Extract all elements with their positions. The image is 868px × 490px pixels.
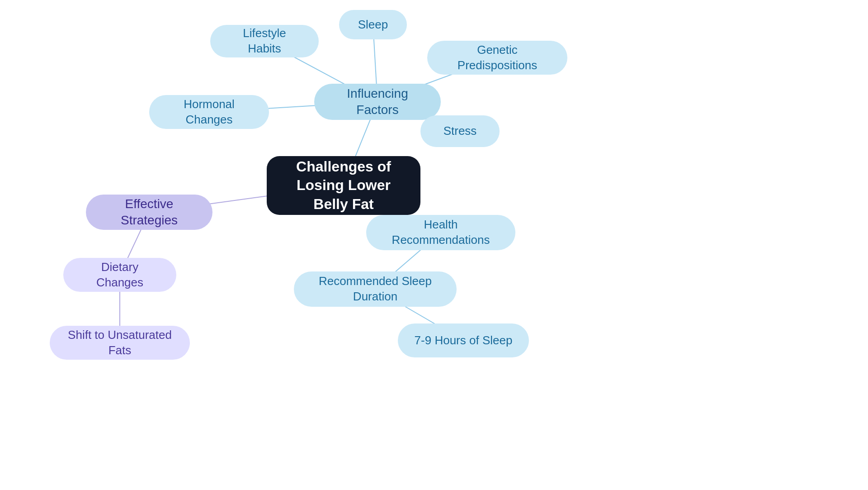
effective-strategies-label: Effective Strategies bbox=[100, 196, 198, 229]
health-recommendations-node: Health Recommendations bbox=[366, 215, 515, 250]
hormonal-changes-label: Hormonal Changes bbox=[164, 97, 255, 128]
dietary-changes-node: Dietary Changes bbox=[63, 258, 176, 292]
shift-unsaturated-label: Shift to Unsaturated Fats bbox=[64, 328, 175, 358]
center-node: Challenges of Losing Lower Belly Fat bbox=[267, 156, 420, 215]
influencing-factors-label: Influencing Factors bbox=[329, 86, 426, 119]
seven-nine-hours-label: 7-9 Hours of Sleep bbox=[415, 333, 513, 348]
shift-unsaturated-node: Shift to Unsaturated Fats bbox=[50, 326, 190, 360]
lifestyle-habits-node: Lifestyle Habits bbox=[210, 25, 319, 57]
stress-label: Stress bbox=[443, 124, 477, 139]
center-label: Challenges of Losing Lower Belly Fat bbox=[281, 157, 406, 214]
influencing-factors-node: Influencing Factors bbox=[314, 84, 441, 120]
seven-nine-hours-node: 7-9 Hours of Sleep bbox=[398, 323, 529, 357]
lifestyle-habits-label: Lifestyle Habits bbox=[225, 26, 304, 57]
dietary-changes-label: Dietary Changes bbox=[78, 260, 162, 290]
recommended-sleep-label: Recommended Sleep Duration bbox=[308, 274, 442, 304]
effective-strategies-node: Effective Strategies bbox=[86, 195, 212, 230]
stress-node: Stress bbox=[420, 115, 500, 147]
genetic-predispositions-node: Genetic Predispositions bbox=[427, 41, 567, 75]
health-recommendations-label: Health Recommendations bbox=[381, 217, 501, 248]
recommended-sleep-node: Recommended Sleep Duration bbox=[294, 271, 457, 307]
sleep-node: Sleep bbox=[339, 10, 407, 39]
sleep-label: Sleep bbox=[358, 17, 388, 33]
genetic-predispositions-label: Genetic Predispositions bbox=[442, 43, 553, 73]
hormonal-changes-node: Hormonal Changes bbox=[149, 95, 269, 129]
